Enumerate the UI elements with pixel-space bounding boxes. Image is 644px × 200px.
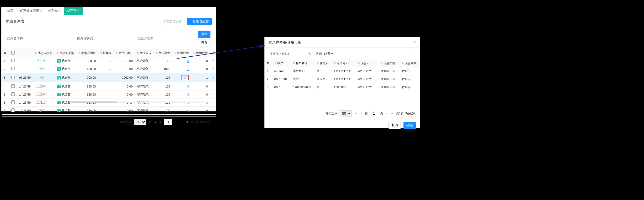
claim-count-link[interactable]: 0 <box>187 109 189 112</box>
filter-type[interactable]: 优惠券类型 ⌄ <box>137 36 193 41</box>
tab-label: 优惠券详情页 <box>20 9 39 13</box>
share-icon[interactable]: ↗ <box>212 101 214 104</box>
close-icon[interactable]: × <box>59 9 61 12</box>
col-face[interactable]: ⇅优惠券面值 <box>76 49 98 57</box>
col-phone[interactable]: ⇅电话号码 <box>332 60 356 67</box>
filter-name-input[interactable] <box>24 36 71 42</box>
filter-type-label: 优惠券类型 <box>137 36 154 41</box>
row-checkbox[interactable] <box>11 76 15 79</box>
page-input[interactable] <box>164 119 172 125</box>
col-gear[interactable]: ⚙ <box>2 49 9 57</box>
table-row[interactable]: 2执行中代代金券100.00--0.00客户领取100010↗⊞ <box>2 65 216 73</box>
modal-title: 优惠券领用/使用记录 <box>269 40 301 45</box>
col-discount[interactable]: ⇅折扣% <box>98 49 114 57</box>
horizontal-scrollbar[interactable] <box>69 101 208 103</box>
modal-pagination: 每页显示 50 ⇤ ‹ 第 页 › ⇥ 共1页, 3条记录 <box>265 108 420 119</box>
col-gear[interactable]: ⚙ <box>265 60 272 67</box>
table-row[interactable]: 814 23:59待发布代代金券150.00--0.00客户领取10000↗⊞ <box>2 115 216 117</box>
modal-header: 优惠券领用/使用记录 × <box>265 37 420 48</box>
add-coupon-button[interactable]: + 新增优惠券 <box>187 18 212 25</box>
col-threshold[interactable]: ⇅使用门槛... <box>114 49 135 57</box>
table-row[interactable]: 1待执行代代金券50.00--0.00客户领取1000↗⊞ <box>2 57 216 65</box>
tab-首页[interactable]: 首页 <box>4 7 17 15</box>
row-checkbox[interactable] <box>11 84 15 88</box>
select-all-checkbox[interactable] <box>11 51 15 54</box>
settings-button[interactable]: 设置 <box>198 39 210 46</box>
close-icon[interactable]: × <box>78 9 79 12</box>
row-checkbox[interactable] <box>11 108 15 112</box>
tab-label: 销货单 <box>48 9 58 13</box>
table-row[interactable]: 200010001北京1唐先生111111111112019120?0...满1… <box>265 75 420 83</box>
confirm-button[interactable]: 确定 <box>403 122 416 129</box>
claim-count-link[interactable]: 3 <box>181 75 189 80</box>
claim-count-link[interactable]: 0 <box>187 85 189 88</box>
status-badge: 已过期 <box>35 92 47 96</box>
claim-count-link[interactable]: 1 <box>187 67 189 71</box>
per-page-label: 每页显示 <box>120 120 132 124</box>
table-row[interactable]: 414 23:59已过期代代金券150.00--0.00客户领取10000↗⊞ <box>2 82 216 90</box>
col-coupon-topic[interactable]: ⇅优惠主题 <box>379 60 400 67</box>
first-page-icon[interactable]: ⇤ <box>148 120 152 124</box>
table-row[interactable]: 3000117666666666张156 6666 ...2019120?0..… <box>265 83 420 91</box>
filter-buttons: 查询 设置 <box>198 31 210 46</box>
filter-status[interactable]: 优惠券状态 ⌄ <box>77 36 132 41</box>
row-checkbox[interactable] <box>11 100 15 104</box>
claim-count-link[interactable]: 0 <box>187 59 189 63</box>
modal-status-label: 状态 <box>315 52 322 56</box>
col-type[interactable]: ⇅优惠券类型 <box>54 49 76 57</box>
close-icon[interactable]: × <box>40 9 42 12</box>
tab-优惠券详情页[interactable]: 优惠券详情页× <box>17 7 45 15</box>
next-page-icon[interactable]: › <box>385 112 388 115</box>
col-status[interactable]: ⇅优惠券状态 <box>33 49 54 57</box>
tab-优惠券[interactable]: 优惠券× <box>64 7 83 15</box>
row-checkbox[interactable] <box>11 67 15 70</box>
share-icon[interactable]: ↗ <box>212 67 214 71</box>
type-badge: 代 <box>57 85 61 88</box>
col-coupon-code[interactable]: ⇅优惠码 <box>356 60 379 67</box>
share-icon[interactable]: ↗ <box>212 85 214 88</box>
next-page-icon[interactable]: › <box>180 121 182 124</box>
col-contact[interactable]: ⇅联系人 <box>315 60 332 67</box>
table-row[interactable]: 714 23:59待发布代代金券150.00--0.00客户领取10000↗⊞ <box>2 107 216 115</box>
col-claim[interactable]: ⇅领用数量 <box>172 49 191 57</box>
col-issue[interactable]: ⇅发行数量 <box>154 49 172 57</box>
prev-page-icon[interactable]: ‹ <box>360 112 363 115</box>
status-badge: 已过期 <box>35 84 47 88</box>
search-icon[interactable]: 🔍 <box>307 52 311 56</box>
tab-销货单[interactable]: 销货单× <box>45 7 64 15</box>
col-cust-code[interactable]: ⇅客户... <box>272 60 291 67</box>
last-page-icon[interactable]: ⇥ <box>184 120 188 124</box>
table-row[interactable]: 1RETAIL...零散客户张三111111111112019120?0...满… <box>265 67 420 75</box>
last-page-icon[interactable]: ⇥ <box>390 112 394 115</box>
col-use[interactable]: ⇅使用数量 <box>191 49 210 57</box>
col-time <box>17 49 33 57</box>
status-badge: 执行中 <box>35 76 47 79</box>
modal-search: 🔍 <box>269 51 311 56</box>
table-wrap[interactable]: ⚙ ⇅优惠券状态 ⇅优惠券类型 ⇅优惠券面值 ⇅折扣% ⇅使用门槛... ⇅发放… <box>2 49 216 117</box>
col-check[interactable] <box>9 49 17 57</box>
row-checkbox[interactable] <box>11 59 15 62</box>
table-row[interactable]: 514 23:59已过期代代金券150.00--0.00客户领取10000↗⊞ <box>2 90 216 99</box>
col-method[interactable]: ⇅发放方式 <box>135 49 154 57</box>
share-icon[interactable]: ↗ <box>212 59 214 63</box>
modal-footer: 取消 确定 <box>265 119 420 132</box>
query-button[interactable]: 查询 <box>198 31 210 38</box>
table-row[interactable]: 307 23:59执行中代代金券200.00--1000.00客户领取10031… <box>2 73 216 82</box>
row-checkbox[interactable] <box>11 92 15 96</box>
distribute-coupon-button[interactable]: ⎘ 发放优惠券 <box>160 18 185 25</box>
share-icon[interactable]: ↗ <box>212 109 214 112</box>
cancel-button[interactable]: 取消 <box>388 122 401 129</box>
col-coupon-type[interactable]: ⇅优惠券类 <box>400 60 420 67</box>
per-page-select[interactable]: 50 <box>134 119 146 125</box>
prev-page-icon[interactable]: ‹ <box>154 121 157 124</box>
col-cust-name[interactable]: ⇅客户名称 <box>291 60 315 67</box>
claim-count-link[interactable]: 0 <box>187 93 189 96</box>
share-icon[interactable]: ↗ <box>212 76 214 79</box>
first-page-icon[interactable]: ⇤ <box>354 112 358 115</box>
modal-per-page-select[interactable]: 50 <box>340 110 352 117</box>
modal-status-filter[interactable]: 状态 已使用 ⌄ <box>315 50 416 57</box>
modal-page-input[interactable] <box>370 111 378 116</box>
close-icon[interactable]: × <box>413 40 416 45</box>
modal-search-input[interactable] <box>269 51 307 56</box>
share-icon[interactable]: ↗ <box>212 93 214 96</box>
